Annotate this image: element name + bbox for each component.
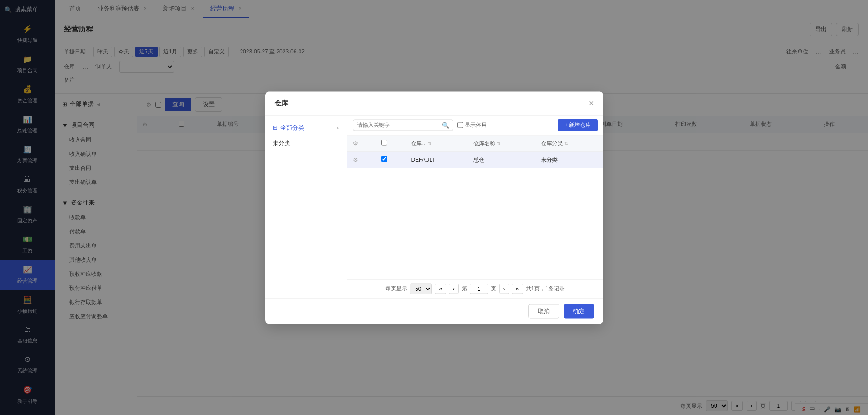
modal-pagination: 每页显示 50 « ‹ 第 页 › » 共1页，1条记录	[347, 279, 603, 298]
show-disabled-label[interactable]: 显示停用	[457, 121, 487, 129]
modal-prev-page-btn[interactable]: ‹	[449, 284, 459, 294]
sort-name[interactable]: 仓库名称 ⇅	[473, 139, 530, 147]
modal-th-gear: ⚙	[347, 135, 376, 152]
sort-name-icon: ⇅	[497, 141, 500, 146]
modal-gear-icon: ⚙	[353, 140, 358, 147]
cancel-button[interactable]: 取消	[528, 304, 559, 318]
row-code-cell: DEFAULT	[405, 152, 468, 168]
sort-code-icon: ⇅	[428, 141, 431, 146]
confirm-button[interactable]: 确定	[564, 304, 594, 318]
modal-th-name[interactable]: 仓库名称 ⇅	[468, 135, 535, 152]
modal-footer: 取消 确定	[265, 298, 603, 324]
modal-th-checkbox	[376, 135, 406, 152]
all-categories-label: 全部分类	[280, 123, 304, 131]
sort-category-icon: ⇅	[564, 141, 568, 146]
row-checkbox-cell	[376, 152, 406, 168]
row-gear-icon: ⚙	[353, 157, 358, 163]
modal-per-page-select[interactable]: 50	[410, 283, 432, 294]
modal-th-category[interactable]: 仓库分类 ⇅	[536, 135, 603, 152]
modal-table: ⚙ 仓库... ⇅ 仓库名称 ⇅	[347, 135, 603, 168]
modal-page-suffix: 页	[491, 285, 496, 293]
modal-body: ⊞ 全部分类 < 未分类 🔍 显示停用 + 新增仓库	[265, 115, 603, 298]
modal-next-page-btn[interactable]: ›	[499, 284, 509, 294]
modal-page-input[interactable]	[470, 284, 488, 294]
warehouse-modal: 仓库 × ⊞ 全部分类 < 未分类 🔍 显示停用	[265, 91, 603, 324]
modal-header: 仓库 ×	[265, 91, 603, 115]
row-name-cell: 总仓	[468, 152, 535, 168]
modal-sidebar: ⊞ 全部分类 < 未分类	[265, 115, 347, 298]
modal-table-header: ⚙ 仓库... ⇅ 仓库名称 ⇅	[347, 135, 603, 152]
sidebar-collapse-btn[interactable]: <	[337, 125, 339, 130]
modal-table-row-1[interactable]: ⚙ DEFAULT 总仓 未分类	[347, 152, 603, 168]
show-disabled-text: 显示停用	[465, 121, 487, 129]
modal-search-icon: 🔍	[442, 121, 449, 128]
modal-table-wrap: ⚙ 仓库... ⇅ 仓库名称 ⇅	[347, 135, 603, 279]
add-warehouse-button[interactable]: + 新增仓库	[558, 119, 597, 131]
grid-small-icon: ⊞	[273, 124, 278, 131]
modal-toolbar: 🔍 显示停用 + 新增仓库	[347, 115, 603, 135]
modal-close-button[interactable]: ×	[589, 99, 594, 107]
modal-search-input[interactable]	[357, 122, 442, 128]
unclassified-label: 未分类	[273, 139, 290, 147]
modal-first-page-btn[interactable]: «	[435, 284, 446, 294]
modal-sidebar-unclassified[interactable]: 未分类	[265, 135, 347, 151]
modal-page-word: 第	[462, 285, 467, 293]
modal-last-page-btn[interactable]: »	[512, 284, 523, 294]
modal-th-name-label: 仓库名称	[473, 139, 495, 147]
modal-select-all[interactable]	[381, 140, 387, 146]
modal-sidebar-all-categories[interactable]: ⊞ 全部分类 <	[265, 120, 347, 135]
modal-th-category-label: 仓库分类	[541, 139, 563, 147]
modal-title: 仓库	[274, 99, 288, 107]
modal-per-page-label: 每页显示	[385, 285, 407, 293]
modal-search-box[interactable]: 🔍	[353, 119, 453, 131]
modal-table-body: ⚙ DEFAULT 总仓 未分类	[347, 152, 603, 168]
sort-code[interactable]: 仓库... ⇅	[411, 139, 463, 147]
modal-th-code-label: 仓库...	[411, 139, 426, 147]
sort-category[interactable]: 仓库分类 ⇅	[541, 139, 598, 147]
modal-total-info: 共1页，1条记录	[526, 285, 565, 293]
row-checkbox[interactable]	[381, 156, 387, 162]
row-category-cell: 未分类	[536, 152, 603, 168]
modal-th-code[interactable]: 仓库... ⇅	[405, 135, 468, 152]
show-disabled-checkbox[interactable]	[457, 122, 463, 128]
modal-main: 🔍 显示停用 + 新增仓库 ⚙	[347, 115, 603, 298]
row-gear-cell: ⚙	[347, 152, 376, 168]
